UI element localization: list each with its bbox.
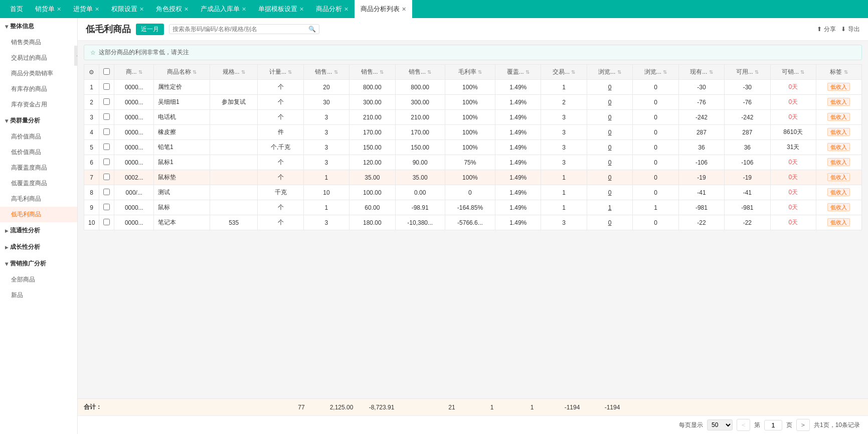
prev-page-btn[interactable]: ＜ bbox=[737, 419, 750, 431]
row-checkbox-2[interactable] bbox=[99, 110, 114, 125]
row-name-5: 鼠标1 bbox=[154, 155, 210, 170]
col-unit[interactable]: 计量... ⇅ bbox=[258, 65, 303, 80]
sidebar-group-circulation[interactable]: ▸ 流通性分析 bbox=[0, 222, 77, 239]
nav-close-template[interactable]: ✕ bbox=[299, 6, 304, 13]
col-available[interactable]: 可用... ⇅ bbox=[725, 65, 770, 80]
col-tag[interactable]: 标签 ⇅ bbox=[816, 65, 861, 80]
row-checkbox-5[interactable] bbox=[99, 155, 114, 170]
nav-close-goods-analysis[interactable]: ✕ bbox=[344, 6, 349, 13]
col-name[interactable]: 商品名称 ⇅ bbox=[154, 65, 210, 80]
row-sales-price-5: 120.00 bbox=[350, 155, 395, 170]
row-view1-4[interactable]: 0 bbox=[587, 140, 632, 155]
row-coverage-5: 1.49% bbox=[495, 155, 541, 170]
nav-template[interactable]: 单据模板设置 ✕ bbox=[252, 0, 310, 18]
nav-close-purchase[interactable]: ✕ bbox=[95, 6, 99, 13]
row-view1-2[interactable]: 0 bbox=[587, 110, 632, 125]
nav-goods-analysis[interactable]: 商品分析 ✕ bbox=[310, 0, 355, 18]
sidebar-group-marketing[interactable]: ▾ 营销推广分析 bbox=[0, 255, 77, 272]
col-margin-rate[interactable]: 毛利率 ⇅ bbox=[445, 65, 495, 80]
search-input[interactable] bbox=[172, 26, 308, 33]
col-view2[interactable]: 浏览... ⇅ bbox=[633, 65, 678, 80]
sidebar-item-stock-goods[interactable]: 有库存的商品 bbox=[0, 81, 77, 97]
select-all-checkbox[interactable] bbox=[103, 68, 110, 75]
col-trade[interactable]: 交易... ⇅ bbox=[541, 65, 587, 80]
sidebar-item-high-margin[interactable]: 高毛利商品 bbox=[0, 191, 77, 207]
time-filter-btn[interactable]: 近一月 bbox=[136, 24, 164, 35]
col-code[interactable]: 商... ⇅ bbox=[114, 65, 154, 80]
row-margin-rate-1: 100% bbox=[445, 95, 495, 110]
nav-close-product-in[interactable]: ✕ bbox=[242, 6, 246, 13]
row-checkbox-7[interactable] bbox=[99, 185, 114, 200]
nav-role[interactable]: 角色授权 ✕ bbox=[150, 0, 195, 18]
share-btn[interactable]: ⬆ 分享 bbox=[817, 25, 836, 34]
nav-home[interactable]: 首页 bbox=[4, 0, 29, 18]
col-spec[interactable]: 规格... ⇅ bbox=[210, 65, 258, 80]
row-view1-9[interactable]: 0 bbox=[587, 215, 632, 230]
sidebar-group-overview[interactable]: ▾ 整体信息 bbox=[0, 18, 77, 35]
sidebar-collapse-btn[interactable]: « bbox=[74, 46, 78, 66]
col-view1[interactable]: 浏览... ⇅ bbox=[587, 65, 632, 80]
col-saleable[interactable]: 可销... ⇅ bbox=[770, 65, 816, 80]
pagination-bar: 每页显示 50 100 200 ＜ 第 页 ＞ 共1页，10条记录 bbox=[78, 415, 868, 434]
sidebar-item-category-rate[interactable]: 商品分类助销率 bbox=[0, 66, 77, 81]
next-page-btn[interactable]: ＞ bbox=[796, 419, 810, 431]
sidebar-item-traded-goods[interactable]: 交易过的商品 bbox=[0, 50, 77, 66]
sidebar-group-cluster[interactable]: ▾ 类群量分析 bbox=[0, 112, 77, 129]
row-checkbox-8[interactable] bbox=[99, 200, 114, 215]
sidebar-item-high-value[interactable]: 高价值商品 bbox=[0, 129, 77, 144]
col-settings[interactable]: ⚙ bbox=[84, 65, 99, 80]
row-checkbox-3[interactable] bbox=[99, 125, 114, 140]
nav-close-goods-list[interactable]: ✕ bbox=[402, 6, 406, 13]
col-sales-amount[interactable]: 销售... ⇅ bbox=[395, 65, 445, 80]
col-checkbox[interactable] bbox=[99, 65, 114, 80]
sidebar-item-low-value[interactable]: 低价值商品 bbox=[0, 144, 77, 160]
row-checkbox-1[interactable] bbox=[99, 95, 114, 110]
row-name-4: 铅笔1 bbox=[154, 140, 210, 155]
row-name-7: 测试 bbox=[154, 185, 210, 200]
nav-close-permission[interactable]: ✕ bbox=[139, 6, 144, 13]
share-icon: ⬆ bbox=[817, 26, 822, 33]
sidebar-item-all-goods[interactable]: 全部商品 bbox=[0, 272, 77, 287]
nav-product-in[interactable]: 产成品入库单 ✕ bbox=[195, 0, 252, 18]
row-saleable-5: 0天 bbox=[770, 155, 816, 170]
sidebar-item-new-goods[interactable]: 新品 bbox=[0, 287, 77, 303]
row-view1-3[interactable]: 0 bbox=[587, 125, 632, 140]
nav-permission[interactable]: 权限设置 ✕ bbox=[105, 0, 150, 18]
sidebar-item-high-coverage[interactable]: 高覆盖度商品 bbox=[0, 160, 77, 176]
row-checkbox-9[interactable] bbox=[99, 215, 114, 230]
nav-goods-analysis-list[interactable]: 商品分析列表 ✕ bbox=[355, 0, 412, 18]
sidebar-item-sales-goods[interactable]: 销售类商品 bbox=[0, 35, 77, 50]
row-margin-rate-9: -5766.6... bbox=[445, 215, 495, 230]
col-current-stock[interactable]: 现有... ⇅ bbox=[678, 65, 724, 80]
row-view1-7[interactable]: 0 bbox=[587, 185, 632, 200]
sidebar-item-low-margin[interactable]: 低毛利商品 bbox=[0, 207, 77, 222]
nav-sales-order[interactable]: 销货单 ✕ bbox=[29, 0, 67, 18]
row-view1-6[interactable]: 0 bbox=[587, 170, 632, 185]
col-coverage[interactable]: 覆盖... ⇅ bbox=[495, 65, 541, 80]
sidebar-item-low-coverage[interactable]: 低覆盖度商品 bbox=[0, 176, 77, 191]
sidebar-item-stock-capital[interactable]: 库存资金占用 bbox=[0, 97, 77, 112]
page-size-select[interactable]: 50 100 200 bbox=[707, 419, 733, 430]
row-unit-1: 个 bbox=[258, 95, 303, 110]
row-checkbox-0[interactable] bbox=[99, 80, 114, 95]
row-view1-5[interactable]: 0 bbox=[587, 155, 632, 170]
nav-close-sales[interactable]: ✕ bbox=[57, 6, 61, 13]
row-tag-8: 低收入 bbox=[816, 200, 861, 215]
page-input[interactable] bbox=[764, 420, 782, 430]
search-box[interactable]: 🔍 bbox=[169, 24, 319, 34]
nav-close-role[interactable]: ✕ bbox=[184, 6, 189, 13]
col-sales-price[interactable]: 销售... ⇅ bbox=[350, 65, 395, 80]
row-view1-8[interactable]: 1 bbox=[587, 200, 632, 215]
row-view1-0[interactable]: 0 bbox=[587, 80, 632, 95]
sidebar-group-growth[interactable]: ▸ 成长性分析 bbox=[0, 239, 77, 255]
row-code-4: 0000... bbox=[114, 140, 154, 155]
export-btn[interactable]: ⬇ 导出 bbox=[841, 25, 860, 34]
row-view1-1[interactable]: 0 bbox=[587, 95, 632, 110]
row-checkbox-4[interactable] bbox=[99, 140, 114, 155]
nav-purchase-order[interactable]: 进货单 ✕ bbox=[67, 0, 105, 18]
search-icon[interactable]: 🔍 bbox=[308, 26, 316, 33]
col-sales-qty[interactable]: 销售... ⇅ bbox=[303, 65, 349, 80]
row-checkbox-6[interactable] bbox=[99, 170, 114, 185]
row-unit-2: 个 bbox=[258, 110, 303, 125]
row-tag-9: 低收入 bbox=[816, 215, 861, 230]
